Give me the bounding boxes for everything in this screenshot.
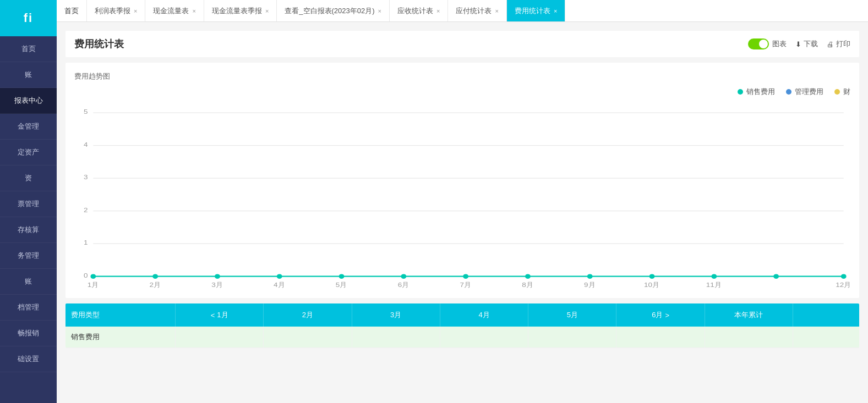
svg-point-24 (841, 274, 847, 279)
download-icon: ⬇ (795, 40, 801, 48)
tab-blank-report[interactable]: 查看_空白报表(2023年02月) × (277, 0, 390, 21)
tab-receivable[interactable]: 应收统计表 × (390, 0, 448, 21)
svg-point-22 (711, 274, 717, 279)
chart-toggle[interactable] (748, 38, 769, 49)
sidebar-item-assets[interactable]: 定资产 (0, 140, 57, 165)
svg-text:0: 0 (84, 272, 88, 279)
svg-point-12 (90, 274, 96, 279)
svg-point-19 (525, 274, 531, 279)
svg-text:11月: 11月 (706, 281, 722, 289)
legend-label-finance: 财 (843, 87, 850, 97)
page-title: 费用统计表 (74, 37, 124, 51)
th-m6: 6月 > (616, 303, 705, 327)
svg-text:1: 1 (84, 239, 88, 246)
svg-text:3: 3 (84, 174, 88, 181)
main-area: 首页 利润表季报 × 现金流量表 × 现金流量表季报 × 查看_空白报表(202… (57, 0, 868, 403)
svg-point-17 (401, 274, 406, 279)
td-m3 (352, 327, 440, 347)
sidebar-item-archive[interactable]: 档管理 (0, 295, 57, 321)
tab-expense[interactable]: 费用统计表 × (507, 0, 565, 21)
close-icon[interactable]: × (192, 8, 195, 14)
th-ytd: 本年累计 (705, 303, 793, 327)
close-icon[interactable]: × (554, 8, 557, 14)
sidebar-item-home[interactable]: 首页 (0, 36, 57, 62)
print-icon: 🖨 (827, 40, 834, 48)
tab-bar: 首页 利润表季报 × 现金流量表 × 现金流量表季报 × 查看_空白报表(202… (57, 0, 868, 22)
page-header: 费用统计表 图表 ⬇ 下载 🖨 打印 (65, 31, 859, 57)
close-icon[interactable]: × (436, 8, 440, 14)
print-button[interactable]: 🖨 打印 (827, 39, 850, 49)
td-m5 (528, 327, 616, 347)
chart-section: 费用趋势图 销售费用 管理费用 财 5 4 (65, 63, 859, 298)
svg-point-20 (587, 274, 593, 279)
line-chart: 5 4 3 2 1 0 (74, 102, 850, 289)
chart-title: 费用趋势图 (74, 71, 850, 81)
svg-text:5: 5 (84, 108, 88, 115)
legend-finance: 财 (834, 87, 850, 97)
legend-dot-sales (738, 89, 743, 95)
download-button[interactable]: ⬇ 下载 (795, 39, 818, 49)
sidebar-item-capital[interactable]: 资 (0, 165, 57, 191)
svg-text:4月: 4月 (274, 281, 285, 289)
close-icon[interactable]: × (495, 8, 498, 14)
close-icon[interactable]: × (378, 8, 381, 14)
svg-text:9月: 9月 (584, 281, 596, 289)
th-m3: 3月 (352, 303, 440, 327)
sidebar-item-services[interactable]: 务管理 (0, 243, 57, 269)
legend-dot-management (786, 89, 791, 95)
svg-text:6月: 6月 (398, 281, 410, 289)
svg-text:8月: 8月 (522, 281, 533, 289)
sidebar-item-settings[interactable]: 础设置 (0, 346, 57, 372)
svg-point-21 (649, 274, 655, 279)
td-m2 (264, 327, 352, 347)
close-icon[interactable]: × (134, 8, 137, 14)
sidebar-logo: fi (0, 0, 57, 36)
svg-point-15 (277, 274, 282, 279)
toggle-label: 图表 (772, 39, 787, 49)
table-row: 销售费用 (65, 327, 859, 348)
table-header: 费用类型 < 1月 2月 3月 4月 5月 6月 > 本年累计 (65, 303, 859, 327)
td-m1 (176, 327, 264, 347)
td-m4 (440, 327, 528, 347)
tab-cashflow[interactable]: 现金流量表 × (145, 0, 204, 21)
sidebar-item-ledger[interactable]: 账 (0, 269, 57, 295)
th-m5: 5月 (528, 303, 616, 327)
svg-text:1月: 1月 (88, 281, 99, 289)
sidebar-item-expense[interactable]: 畅报销 (0, 321, 57, 346)
svg-point-14 (215, 274, 220, 279)
tab-home[interactable]: 首页 (57, 0, 87, 21)
td-m6 (616, 327, 705, 347)
sidebar-item-inventory[interactable]: 存核算 (0, 217, 57, 243)
th-m4: 4月 (440, 303, 528, 327)
tab-cashflow-quarterly[interactable]: 现金流量表季报 × (204, 0, 277, 21)
tab-payable[interactable]: 应付统计表 × (448, 0, 506, 21)
sidebar-item-account[interactable]: 账 (0, 62, 57, 88)
th-m2: 2月 (264, 303, 352, 327)
chart-toggle-wrap: 图表 (748, 38, 787, 49)
tab-profit[interactable]: 利润表季报 × (87, 0, 145, 21)
close-icon[interactable]: × (265, 8, 269, 14)
td-ytd (705, 327, 793, 347)
table-section: 费用类型 < 1月 2月 3月 4月 5月 6月 > 本年累计 销售费用 (65, 303, 859, 348)
chart-legend: 销售费用 管理费用 财 (74, 87, 850, 97)
next-arrow[interactable]: > (665, 311, 669, 319)
svg-text:12月: 12月 (836, 281, 850, 289)
prev-arrow[interactable]: < (211, 311, 215, 319)
td-type: 销售费用 (65, 327, 176, 347)
legend-sales: 销售费用 (738, 87, 775, 97)
th-m1: < 1月 (176, 303, 264, 327)
svg-text:2: 2 (84, 207, 88, 214)
sidebar: fi 首页 账 报表中心 金管理 定资产 资 票管理 存核算 务管理 账 档管理… (0, 0, 57, 403)
th-type: 费用类型 (65, 303, 176, 327)
header-actions: 图表 ⬇ 下载 🖨 打印 (748, 38, 850, 49)
svg-text:5月: 5月 (336, 281, 347, 289)
svg-point-13 (152, 274, 158, 279)
sidebar-item-cash[interactable]: 金管理 (0, 114, 57, 140)
legend-label-sales: 销售费用 (746, 87, 775, 97)
svg-text:10月: 10月 (644, 281, 660, 289)
legend-management: 管理费用 (786, 87, 823, 97)
sidebar-item-reports[interactable]: 报表中心 (0, 88, 57, 114)
svg-text:3月: 3月 (211, 281, 223, 289)
sidebar-item-tickets[interactable]: 票管理 (0, 191, 57, 217)
svg-point-23 (773, 274, 779, 279)
